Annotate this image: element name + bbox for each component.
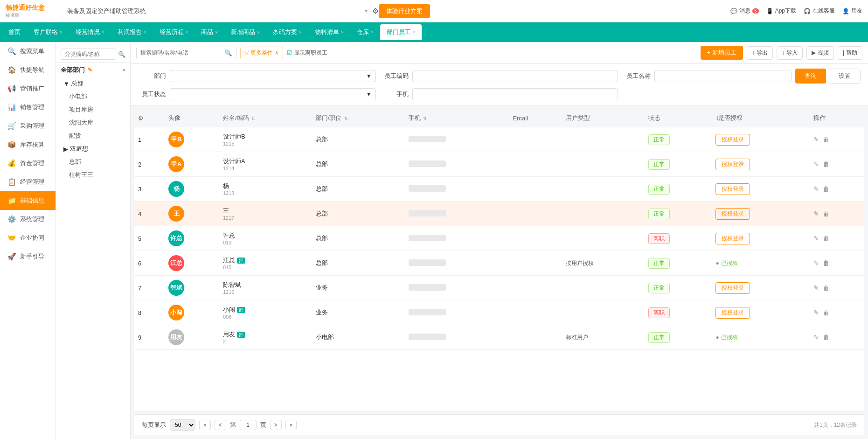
delete-button[interactable]: 🗑: [823, 309, 829, 316]
import-button[interactable]: ↓ 导入: [777, 46, 803, 60]
dept-item-zongbu[interactable]: 总部: [60, 155, 130, 168]
edit-button[interactable]: ✎: [813, 334, 819, 341]
dept-collapse-icon[interactable]: «: [122, 67, 125, 73]
close-tab-goods[interactable]: ×: [215, 30, 218, 35]
auth-login-button[interactable]: 授权登录: [715, 183, 750, 195]
tab-profit[interactable]: 利润报告 ×: [111, 24, 153, 40]
filter-phone-input[interactable]: [412, 88, 618, 100]
delete-button[interactable]: 🗑: [823, 185, 829, 193]
delete-button[interactable]: 🗑: [823, 284, 829, 292]
sidebar-item-operations[interactable]: 📋 经营管理: [0, 173, 56, 191]
app-download-action[interactable]: 📱 App下载: [766, 7, 796, 15]
close-tab-customer[interactable]: ×: [60, 30, 62, 35]
employee-search-button[interactable]: 🔍: [221, 47, 236, 59]
show-former-toggle[interactable]: ☑ 显示离职员工: [287, 49, 327, 57]
auth-login-button[interactable]: 授权登录: [715, 208, 750, 220]
export-button[interactable]: ↑ 导出: [747, 46, 773, 60]
th-phone[interactable]: 手机 ⇅: [405, 109, 509, 127]
tab-operation[interactable]: 经营情况 ×: [69, 24, 111, 40]
user-action[interactable]: 👤 用友: [842, 7, 862, 15]
sidebar-item-purchase[interactable]: 🛒 采购管理: [0, 117, 56, 135]
edit-button[interactable]: ✎: [813, 235, 819, 242]
auth-login-button[interactable]: 授权登录: [715, 307, 750, 319]
tab-warehouse[interactable]: 仓库 ×: [350, 24, 380, 40]
dept-group-title-head[interactable]: ▼ 总部: [60, 77, 130, 90]
auth-login-button[interactable]: 授权登录: [715, 159, 750, 170]
last-page-button[interactable]: »: [285, 420, 297, 430]
edit-button[interactable]: ✎: [813, 259, 819, 267]
edit-button[interactable]: ✎: [813, 284, 819, 292]
sidebar-item-quicknav[interactable]: 🏠 快捷导航: [0, 61, 56, 79]
online-service-action[interactable]: 🎧 在线客服: [804, 7, 835, 15]
filter-name-input[interactable]: [654, 70, 792, 82]
close-tab-operation[interactable]: ×: [102, 30, 104, 35]
page-size-select[interactable]: 50 20 100: [170, 419, 195, 431]
sidebar-item-finance[interactable]: 💰 资金管理: [0, 154, 56, 173]
view-button[interactable]: ▶ 视频: [806, 46, 834, 60]
next-page-button[interactable]: >: [270, 420, 282, 430]
sidebar-item-basic-info[interactable]: 📁 基础信息: [0, 191, 56, 210]
sidebar-item-search[interactable]: 🔍 搜索菜单: [0, 42, 56, 61]
sidebar-item-system[interactable]: ⚙️ 系统管理: [0, 210, 56, 229]
close-tab-new-goods[interactable]: ×: [257, 30, 260, 35]
auth-login-button[interactable]: 授权登录: [715, 233, 750, 244]
delete-button[interactable]: 🗑: [823, 259, 829, 267]
delete-button[interactable]: 🗑: [823, 136, 829, 143]
auth-login-button[interactable]: 授权登录: [715, 134, 750, 146]
sidebar-item-collab[interactable]: 🤝 企业协同: [0, 229, 56, 247]
tab-new-goods[interactable]: 新增商品 ×: [224, 24, 266, 40]
dept-group-shuangting[interactable]: ▶ 双庭想: [60, 142, 130, 155]
help-button[interactable]: | 帮助: [838, 46, 862, 60]
employee-search-input[interactable]: [137, 47, 221, 58]
sidebar-item-guide[interactable]: 🚀 新手引导: [0, 247, 56, 266]
th-settings[interactable]: ⚙: [134, 109, 165, 127]
edit-button[interactable]: ✎: [813, 309, 819, 316]
prev-page-button[interactable]: <: [215, 420, 226, 430]
edit-button[interactable]: ✎: [813, 160, 819, 168]
sidebar-item-marketing[interactable]: 📢 营销推广: [0, 79, 56, 98]
close-tab-barcode[interactable]: ×: [299, 30, 302, 35]
dept-item-project[interactable]: 项目库房: [60, 103, 130, 116]
filter-dept-select[interactable]: ▼: [170, 70, 376, 82]
set-button[interactable]: 设置: [829, 69, 861, 84]
close-tab-profit[interactable]: ×: [144, 30, 146, 35]
delete-button[interactable]: 🗑: [823, 210, 829, 217]
add-employee-button[interactable]: + 新增员工: [701, 46, 743, 60]
filter-status-select[interactable]: ▼: [170, 88, 376, 100]
sidebar-item-sales[interactable]: 📊 销售管理: [0, 98, 56, 117]
edit-button[interactable]: ✎: [813, 210, 819, 217]
delete-button[interactable]: 🗑: [823, 160, 829, 168]
close-tab-history[interactable]: ×: [186, 30, 188, 35]
sidebar-item-inventory[interactable]: 📦 库存核算: [0, 135, 56, 154]
tab-customer[interactable]: 客户联络 ×: [27, 24, 69, 40]
dept-item-peihuo[interactable]: 配货: [60, 129, 130, 142]
filter-code-input[interactable]: [412, 70, 618, 82]
more-filter-button[interactable]: ▽ 更多条件 ∧: [240, 47, 283, 59]
try-industry-button[interactable]: 体验行业方案: [379, 4, 430, 18]
first-page-button[interactable]: «: [199, 420, 211, 430]
query-button[interactable]: 查询: [795, 69, 826, 84]
dept-item-shenyang[interactable]: 沈阳大库: [60, 116, 130, 129]
dept-search-input[interactable]: [61, 49, 116, 60]
close-tab-bom[interactable]: ×: [341, 30, 344, 35]
dept-item-xiaodianbu[interactable]: 小电部: [60, 90, 130, 103]
tab-goods[interactable]: 商品 ×: [194, 24, 224, 40]
tab-home[interactable]: 首页: [2, 24, 27, 40]
delete-button[interactable]: 🗑: [823, 334, 829, 341]
edit-button[interactable]: ✎: [813, 136, 819, 143]
th-name-code[interactable]: 姓名/编码 ⇅: [219, 109, 312, 127]
dept-item-zhishu[interactable]: 植树王三: [60, 168, 130, 181]
tab-dept-employee[interactable]: 部门员工 ×: [380, 24, 422, 40]
message-action[interactable]: 💬 消息 5: [730, 7, 759, 15]
settings-button[interactable]: ⚙: [372, 7, 379, 15]
dept-edit-icon[interactable]: ✎: [88, 67, 92, 73]
th-dept-position[interactable]: 部门/职位 ⇅: [312, 109, 405, 127]
auth-login-button[interactable]: 授权登录: [715, 282, 750, 294]
tab-barcode[interactable]: 条码方案 ×: [266, 24, 308, 40]
dept-search-icon[interactable]: 🔍: [118, 51, 125, 58]
tab-history[interactable]: 经营历程 ×: [153, 24, 195, 40]
delete-button[interactable]: 🗑: [823, 235, 829, 242]
close-tab-dept[interactable]: ×: [413, 30, 416, 35]
edit-button[interactable]: ✎: [813, 185, 819, 193]
close-tab-warehouse[interactable]: ×: [371, 30, 374, 35]
